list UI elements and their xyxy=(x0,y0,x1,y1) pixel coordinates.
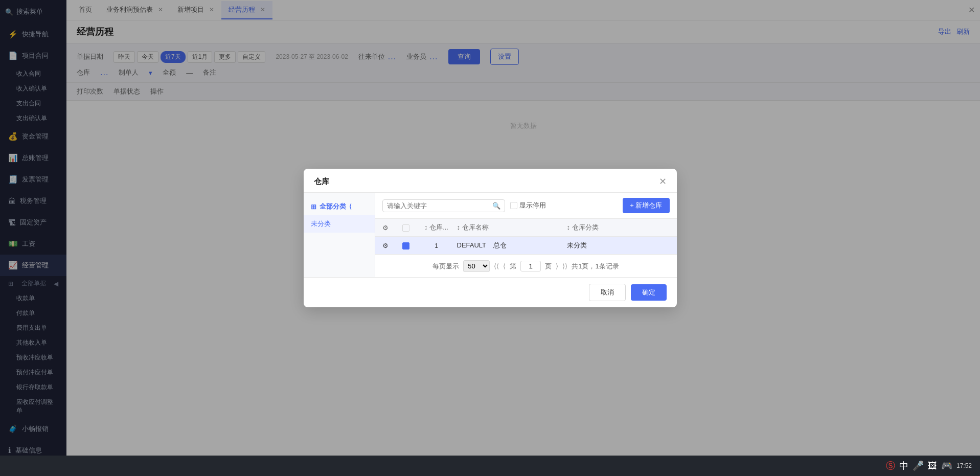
col-name-label: 仓库名称 xyxy=(462,223,489,231)
row-name-value: DEFAULT xyxy=(457,241,486,249)
dialog-table: ⚙ ↕ 仓库... ↕ 仓库名称 xyxy=(375,219,677,255)
row-name-cell: DEFAULT 总仓 xyxy=(457,241,567,250)
dialog-first-page[interactable]: ⟨⟨ xyxy=(494,262,499,270)
modal-overlay[interactable]: 仓库 ✕ ⊞ 全部分类 ⟨ 未分类 xyxy=(0,0,980,476)
row-id-cell: 1 xyxy=(416,242,457,250)
col-check-all[interactable] xyxy=(396,223,416,232)
warehouse-dialog: 仓库 ✕ ⊞ 全部分类 ⟨ 未分类 xyxy=(304,169,677,307)
gear-icon[interactable]: ⚙ xyxy=(382,224,389,232)
dialog-last-page[interactable]: ⟩⟩ xyxy=(562,262,567,270)
check-all-checkbox[interactable] xyxy=(402,224,409,232)
dialog-per-page-label: 每页显示 xyxy=(432,262,459,271)
row-gear[interactable]: ⚙ xyxy=(375,242,396,250)
dialog-per-page-select[interactable]: 50 100 xyxy=(463,260,490,272)
cat-item-uncategorized[interactable]: 未分类 xyxy=(304,215,375,233)
dialog-body: ⊞ 全部分类 ⟨ 未分类 🔍 显示停用 xyxy=(304,193,677,277)
dialog-total-label: 共1页，1条记录 xyxy=(572,262,619,271)
col-cat-header: ↕ 仓库分类 xyxy=(567,223,677,232)
row-checkbox-cell[interactable] xyxy=(396,241,416,250)
taskbar-time: 17:52 xyxy=(956,462,972,469)
taskbar: Ⓢ 中 🎤 🖼 🎮 17:52 xyxy=(0,456,980,476)
dialog-pagination: 每页显示 50 100 ⟨⟨ ⟨ 第 页 ⟩ ⟩⟩ 共1页，1条记录 xyxy=(375,255,677,277)
taskbar-icon-2[interactable]: 中 xyxy=(899,460,908,472)
dialog-left-panel: ⊞ 全部分类 ⟨ 未分类 xyxy=(304,193,375,277)
row-gear-icon[interactable]: ⚙ xyxy=(382,242,389,250)
table-row[interactable]: ⚙ 1 DEFAULT 总仓 xyxy=(375,237,677,255)
taskbar-icon-3[interactable]: 🎤 xyxy=(913,460,924,471)
dialog-header: 仓库 ✕ xyxy=(304,169,677,193)
dialog-next-page[interactable]: ⟩ xyxy=(556,262,558,270)
taskbar-icons: Ⓢ 中 🎤 🖼 🎮 xyxy=(886,460,952,472)
col-id-label: 仓库... xyxy=(429,223,448,231)
confirm-button[interactable]: 确定 xyxy=(631,284,667,301)
dialog-all-categories[interactable]: ⊞ 全部分类 ⟨ xyxy=(304,198,375,215)
col-name-sort-icon: ↕ xyxy=(457,223,461,231)
all-categories-label: 全部分类 xyxy=(320,202,346,211)
dialog-search-input[interactable] xyxy=(387,202,490,210)
taskbar-icon-1[interactable]: Ⓢ xyxy=(886,460,895,472)
dialog-page-suffix: 页 xyxy=(545,262,552,271)
dialog-search-box[interactable]: 🔍 xyxy=(382,199,505,212)
col-id-header: ↕ 仓库... xyxy=(416,223,457,232)
dialog-table-header: ⚙ ↕ 仓库... ↕ 仓库名称 xyxy=(375,219,677,237)
show-disabled-checkbox[interactable] xyxy=(510,202,517,209)
uncategorized-label: 未分类 xyxy=(311,220,331,228)
row-id-value: 1 xyxy=(435,242,438,250)
col-gear: ⚙ xyxy=(375,224,396,232)
dialog-page-input[interactable] xyxy=(520,261,541,271)
col-name-header: ↕ 仓库名称 xyxy=(457,223,567,232)
show-disabled-text: 显示停用 xyxy=(519,201,546,210)
dialog-toolbar: 🔍 显示停用 + 新增仓库 xyxy=(375,193,677,219)
cancel-button[interactable]: 取消 xyxy=(589,284,626,301)
col-id-sort-icon: ↕ xyxy=(424,223,428,231)
grid-icon: ⊞ xyxy=(311,203,316,211)
collapse-left-icon[interactable]: ⟨ xyxy=(349,203,352,210)
row-display-name: 总仓 xyxy=(493,241,507,249)
dialog-title: 仓库 xyxy=(314,177,329,187)
dialog-close-button[interactable]: ✕ xyxy=(659,176,667,187)
dialog-actions: 取消 确定 xyxy=(304,277,677,307)
taskbar-icon-4[interactable]: 🖼 xyxy=(928,461,937,471)
add-warehouse-button[interactable]: + 新增仓库 xyxy=(623,198,669,213)
taskbar-icon-5[interactable]: 🎮 xyxy=(941,460,952,471)
dialog-prev-page[interactable]: ⟨ xyxy=(503,262,506,270)
dialog-right-panel: 🔍 显示停用 + 新增仓库 ⚙ xyxy=(375,193,677,277)
row-checkbox[interactable] xyxy=(402,242,409,250)
row-cat-cell: 未分类 xyxy=(567,241,677,250)
dialog-page-label: 第 xyxy=(510,262,516,271)
col-cat-sort-icon: ↕ xyxy=(567,223,571,231)
col-cat-label: 仓库分类 xyxy=(572,223,599,231)
row-cat-value: 未分类 xyxy=(567,241,587,249)
show-disabled-label[interactable]: 显示停用 xyxy=(510,201,546,210)
dialog-search-icon: 🔍 xyxy=(492,202,500,210)
